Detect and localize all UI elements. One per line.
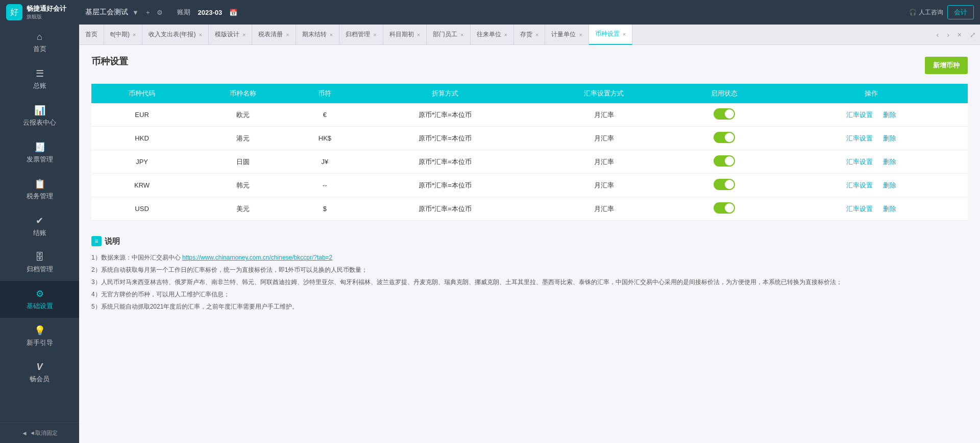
checkout-icon: ✔	[36, 215, 43, 226]
project-name: 基层工会测试	[85, 8, 128, 17]
col-conversion: 折算方式	[356, 84, 534, 103]
sidebar-item-tax[interactable]: 📋 税务管理	[0, 171, 79, 208]
note-item: 5）系统只能自动抓取2021年度后的汇率，之前年度汇率需要用户手工维护。	[91, 300, 968, 313]
toggle-thumb	[725, 133, 734, 142]
toggle-status[interactable]	[714, 155, 735, 167]
sidebar-collapse-button[interactable]: ◄ ◄取消固定	[0, 423, 79, 443]
tab-balance[interactable]: ⅊(中期) ×	[104, 25, 142, 45]
cell-symbol: HK$	[293, 127, 356, 150]
cell-actions: 汇率设置 删除	[775, 127, 968, 150]
invoice-icon: 🧾	[34, 142, 45, 153]
tab-close-unit[interactable]: ×	[579, 32, 582, 38]
add-project-icon[interactable]: +	[146, 9, 150, 16]
note-item: 1）数据来源：中国外汇交易中心 https://www.chinamoney.c…	[91, 251, 968, 264]
collapse-arrow-icon: ◄	[21, 430, 28, 437]
cell-status	[674, 197, 775, 221]
cell-rate-type: 月汇率	[534, 150, 674, 174]
tab-close-balance[interactable]: ×	[133, 32, 136, 38]
sidebar-item-ledger[interactable]: ☰ 总账	[0, 61, 79, 98]
sidebar-item-report[interactable]: 📊 云报表中心	[0, 98, 79, 134]
tab-tax[interactable]: 税表清册 ×	[252, 25, 296, 45]
tab-maximize-button[interactable]: ⤢	[966, 31, 980, 39]
period-label: 账期	[177, 8, 190, 17]
calendar-icon[interactable]: 📅	[229, 9, 237, 16]
cell-rate-type: 月汇率	[534, 174, 674, 197]
rate-setting-link[interactable]: 汇率设置	[846, 158, 873, 166]
sidebar-bottom: ◄ ◄取消固定	[0, 423, 79, 443]
tab-next-button[interactable]: ›	[943, 31, 953, 39]
sidebar-item-invoice[interactable]: 🧾 发票管理	[0, 134, 79, 171]
tab-home[interactable]: 首页	[79, 25, 104, 45]
tab-period-end[interactable]: 期末结转 ×	[296, 25, 339, 45]
tab-close-currency[interactable]: ×	[623, 31, 626, 37]
chinamoney-link[interactable]: https://www.chinamoney.com.cn/chinese/bk…	[182, 254, 332, 261]
tab-currency[interactable]: 币种设置 ×	[589, 25, 632, 45]
rate-setting-link[interactable]: 汇率设置	[846, 111, 873, 119]
cell-symbol: $	[293, 197, 356, 221]
tab-close-inventory[interactable]: ×	[535, 32, 538, 38]
sidebar-item-member[interactable]: V 畅会员	[0, 355, 79, 391]
cell-conversion: 原币*汇率=本位币	[356, 197, 534, 221]
tab-unit[interactable]: 计量单位 ×	[545, 25, 589, 45]
sidebar-item-archive[interactable]: 🗄 归档管理	[0, 245, 79, 281]
settings-icon[interactable]: ⚙	[157, 9, 163, 16]
toggle-track	[714, 108, 735, 120]
notes-content: 1）数据来源：中国外汇交易中心 https://www.chinamoney.c…	[91, 251, 968, 313]
cell-conversion: 原币*汇率=本位币	[356, 127, 534, 150]
tab-template[interactable]: 模版设计 ×	[209, 25, 252, 45]
rate-setting-link[interactable]: 汇率设置	[846, 205, 873, 213]
tab-close-archive[interactable]: ×	[373, 32, 376, 38]
col-status: 启用状态	[674, 84, 775, 103]
rate-setting-link[interactable]: 汇率设置	[846, 134, 873, 142]
table-row: JPY 日圆 J¥ 原币*汇率=本位币 月汇率 汇率设置 删除	[91, 150, 968, 174]
sidebar-item-guide[interactable]: 💡 新手引导	[0, 318, 79, 355]
cell-rate-type: 月汇率	[534, 197, 674, 221]
tab-bar: 首页 ⅊(中期) × 收入支出表(年报) × 模版设计 × 税表清册 ×	[79, 25, 980, 45]
tab-close-all-button[interactable]: ×	[953, 31, 966, 39]
toggle-thumb	[725, 203, 734, 213]
sidebar-item-checkout[interactable]: ✔ 结账	[0, 208, 79, 245]
tab-partner[interactable]: 往来单位 ×	[471, 25, 514, 45]
tab-close-period-end[interactable]: ×	[330, 32, 333, 38]
cell-code: EUR	[91, 103, 192, 127]
cell-actions: 汇率设置 删除	[775, 103, 968, 127]
delete-link[interactable]: 删除	[883, 205, 896, 213]
new-currency-button[interactable]: 新增币种	[925, 57, 968, 74]
tab-close-partner[interactable]: ×	[504, 32, 507, 38]
cell-status	[674, 174, 775, 197]
tab-close-template[interactable]: ×	[242, 32, 246, 38]
rate-setting-link[interactable]: 汇率设置	[846, 181, 873, 189]
toggle-status[interactable]	[714, 202, 735, 214]
toggle-status[interactable]	[714, 179, 735, 190]
tab-department[interactable]: 部门员工 ×	[427, 25, 470, 45]
cell-name: 欧元	[192, 103, 293, 127]
delete-link[interactable]: 删除	[883, 111, 896, 119]
cell-symbol: J¥	[293, 150, 356, 174]
account-button[interactable]: 会计	[947, 5, 974, 19]
tab-subject[interactable]: 科目期初 ×	[383, 25, 427, 45]
tab-income[interactable]: 收入支出表(年报) ×	[142, 25, 208, 45]
note-item: 3）人民币对马来西亚林吉特、俄罗斯卢布、南非兰特、韩元、阿联酋迪拉姆、沙特里亚尔…	[91, 276, 968, 288]
tab-close-subject[interactable]: ×	[417, 32, 420, 38]
sidebar-item-basic[interactable]: ⚙ 基础设置	[0, 281, 79, 318]
tab-prev-button[interactable]: ‹	[932, 31, 943, 39]
period-value: 2023-03	[198, 9, 222, 16]
cell-status	[674, 127, 775, 150]
toggle-status[interactable]	[714, 108, 735, 120]
delete-link[interactable]: 删除	[883, 158, 896, 166]
tab-inventory[interactable]: 存货 ×	[514, 25, 545, 45]
top-right: 🎧 人工咨询 会计	[909, 5, 974, 19]
col-name: 币种名称	[192, 84, 293, 103]
tab-close-tax[interactable]: ×	[286, 32, 289, 38]
delete-link[interactable]: 删除	[883, 181, 896, 189]
top-bar: 好 畅捷通好会计 旗舰版 基层工会测试 ▼ + ⚙ 账期 2023-03 📅 🎧…	[0, 0, 980, 25]
tab-archive[interactable]: 归档管理 ×	[339, 25, 383, 45]
delete-link[interactable]: 删除	[883, 134, 896, 142]
cell-symbol: €	[293, 103, 356, 127]
support-button[interactable]: 🎧 人工咨询	[909, 8, 943, 17]
tab-close-income[interactable]: ×	[199, 32, 202, 38]
toggle-status[interactable]	[714, 132, 735, 143]
tab-close-department[interactable]: ×	[460, 32, 463, 38]
dropdown-icon[interactable]: ▼	[132, 9, 139, 16]
sidebar-item-home[interactable]: ⌂ 首页	[0, 25, 79, 61]
